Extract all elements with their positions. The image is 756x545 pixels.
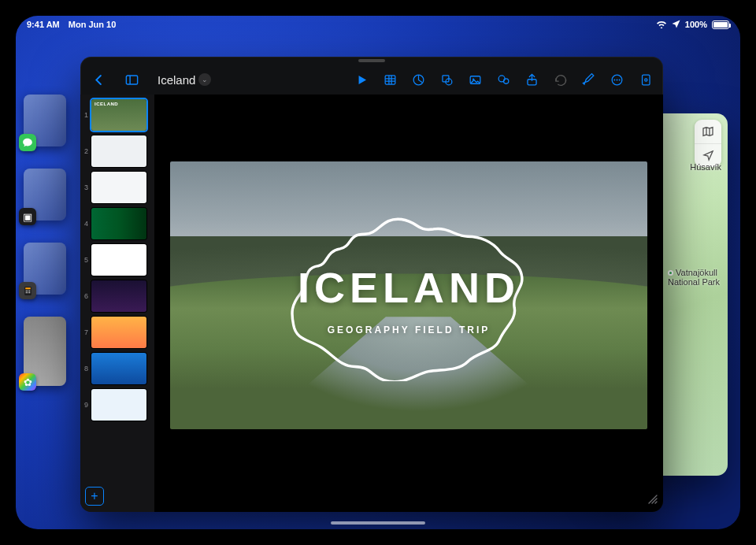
window-drag-handle[interactable]: [80, 57, 663, 65]
status-time: 9:41 AM: [27, 20, 60, 29]
wifi-icon: [656, 20, 667, 30]
map-label-vatnajokull: Vatnajökull National Park: [668, 268, 723, 287]
slide-thumb-9[interactable]: 9: [80, 389, 150, 421]
slide-thumb-preview: [91, 353, 146, 384]
status-bar: 9:41 AM Mon Jun 10 100%: [16, 16, 740, 33]
slide-thumb-number: 3: [80, 184, 88, 191]
slide-thumb-preview: [91, 208, 146, 239]
svg-rect-10: [385, 75, 395, 83]
svg-point-24: [644, 78, 647, 80]
svg-point-4: [28, 290, 29, 291]
paint-icon[interactable]: [575, 68, 602, 91]
svg-point-2: [25, 290, 26, 291]
slide-thumb-number: 8: [80, 365, 88, 373]
stage-app-photos[interactable]: ✿: [24, 317, 66, 386]
svg-point-20: [613, 79, 615, 80]
stage-app-calculator[interactable]: [24, 243, 66, 295]
svg-point-21: [616, 79, 617, 80]
slide-thumb-1[interactable]: 1ICELAND: [80, 99, 150, 131]
slide-thumb-preview: [91, 244, 146, 276]
slide-thumb-preview: [91, 135, 146, 167]
keynote-toolbar: Iceland ⌄: [80, 65, 663, 95]
svg-point-7: [28, 291, 29, 292]
slide-thumb-4[interactable]: 4: [80, 208, 150, 239]
slide-1[interactable]: ICELAND GEOGRAPHY FIELD TRIP: [170, 161, 647, 430]
messages-icon: [19, 134, 36, 151]
back-button[interactable]: [85, 68, 112, 91]
slide-thumb-number: 5: [80, 256, 88, 264]
add-slide-button[interactable]: +: [85, 487, 104, 506]
battery-pct: 100%: [685, 20, 707, 29]
slide-thumb-preview: [91, 317, 146, 348]
location-icon: [672, 20, 680, 30]
chevron-down-icon: ⌄: [198, 73, 211, 86]
slide-thumb-preview: [91, 389, 146, 421]
shape-icon[interactable]: [433, 68, 460, 91]
slide-thumb-7[interactable]: 7: [80, 317, 150, 348]
slide-thumb-preview: ICELAND: [91, 99, 146, 131]
window-resize-handle[interactable]: [647, 494, 658, 507]
keynote-window: Iceland ⌄ 1ICELAND23456789+: [80, 57, 663, 512]
document-title-text: Iceland: [158, 73, 195, 87]
more-icon[interactable]: [603, 68, 630, 91]
image-icon[interactable]: [461, 68, 488, 91]
slide-thumb-6[interactable]: 6: [80, 280, 150, 312]
svg-rect-1: [25, 287, 31, 289]
app-icon: ▣: [19, 208, 36, 225]
photos-icon: ✿: [19, 373, 36, 391]
slide-thumb-8[interactable]: 8: [80, 353, 150, 384]
svg-point-3: [27, 290, 28, 291]
stage-manager-strip: ▣ ✿: [20, 95, 69, 506]
calculator-icon: [19, 282, 36, 299]
undo-icon[interactable]: [547, 68, 573, 91]
slide-navigator: 1ICELAND23456789+: [80, 95, 154, 512]
map-mode-icon[interactable]: [695, 120, 721, 143]
document-title[interactable]: Iceland ⌄: [151, 70, 217, 90]
svg-point-17: [503, 78, 508, 83]
svg-point-6: [27, 291, 28, 292]
slide-thumb-3[interactable]: 3: [80, 172, 150, 203]
ipad-screen: 9:41 AM Mon Jun 10 100% ▣: [16, 16, 740, 529]
slide-subtitle: GEOGRAPHY FIELD TRIP: [170, 324, 647, 336]
svg-point-22: [618, 79, 620, 80]
stage-app-messages[interactable]: [24, 95, 66, 146]
comment-icon[interactable]: [490, 68, 517, 91]
slide-thumb-2[interactable]: 2: [80, 135, 150, 167]
table-icon[interactable]: [376, 68, 403, 91]
slide-thumb-number: 9: [80, 401, 88, 409]
status-date: Mon Jun 10: [69, 20, 117, 29]
slide-title: ICELAND: [170, 263, 647, 312]
slide-thumb-number: 1: [80, 111, 88, 119]
battery-icon: [712, 20, 729, 29]
share-icon[interactable]: [518, 68, 545, 91]
slide-thumb-number: 7: [80, 328, 88, 336]
stage-app-home[interactable]: ▣: [24, 169, 66, 221]
svg-rect-8: [126, 75, 137, 83]
slide-thumb-preview: [91, 280, 146, 312]
slide-thumb-5[interactable]: 5: [80, 244, 150, 276]
map-label-husavik: Húsavík: [690, 162, 721, 172]
slide-thumb-number: 4: [80, 220, 88, 228]
svg-rect-23: [642, 75, 650, 85]
maps-toolbar: [695, 120, 721, 167]
slide-thumb-preview: [91, 172, 146, 203]
play-icon[interactable]: [348, 68, 375, 91]
document-icon[interactable]: [632, 68, 658, 91]
home-indicator[interactable]: [331, 521, 425, 525]
svg-point-5: [25, 291, 26, 292]
chart-icon[interactable]: [405, 68, 432, 91]
slide-canvas-area[interactable]: ICELAND GEOGRAPHY FIELD TRIP: [154, 95, 663, 512]
sidebar-toggle-button[interactable]: [118, 68, 145, 91]
slide-thumb-number: 2: [80, 147, 88, 155]
slide-thumb-number: 6: [80, 292, 88, 300]
